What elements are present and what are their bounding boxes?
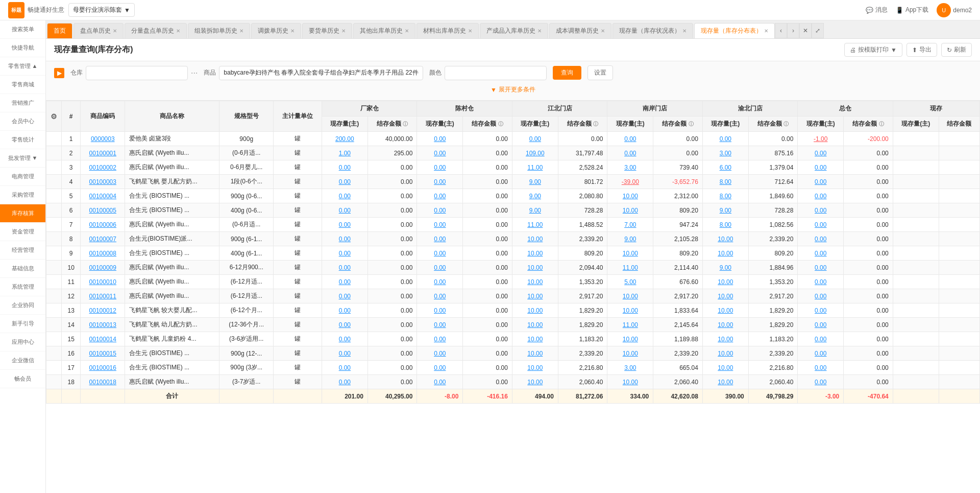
row-jb-stock[interactable]: 9.00 [512, 189, 558, 203]
sidebar-item-retail-stats[interactable]: 零售统计 [0, 131, 45, 149]
row-na-stock[interactable]: 10.00 [607, 246, 653, 261]
row-na-stock[interactable]: 10.00 [607, 346, 653, 361]
row-jb-stock[interactable]: 10.00 [512, 332, 558, 346]
sidebar-item-search[interactable]: 搜索英单 [0, 20, 45, 39]
info-icon[interactable]: ⓘ [498, 121, 503, 127]
row-t-stock[interactable]: -1.00 [798, 132, 844, 146]
row-yb-stock[interactable]: 3.00 [702, 146, 748, 160]
row-jb-stock[interactable]: 0.00 [512, 132, 558, 146]
row-code[interactable]: 00100011 [81, 289, 125, 303]
row-code[interactable]: 00100005 [81, 203, 125, 218]
color-input[interactable] [445, 66, 547, 80]
close-icon[interactable]: ✕ [601, 28, 605, 34]
row-na-stock[interactable]: 3.00 [607, 160, 653, 175]
row-cw-stock[interactable]: 0.00 [417, 246, 463, 261]
row-t-stock[interactable]: 0.00 [798, 175, 844, 189]
row-code[interactable]: 00100006 [81, 218, 125, 232]
row-t-stock[interactable]: 0.00 [798, 203, 844, 218]
row-yb-stock[interactable]: 10.00 [702, 275, 748, 289]
close-icon[interactable]: ✕ [468, 28, 472, 34]
row-na-stock[interactable]: 7.00 [607, 218, 653, 232]
row-t-stock[interactable]: 0.00 [798, 375, 844, 389]
row-code[interactable]: 00100002 [81, 160, 125, 175]
row-na-stock[interactable]: 9.00 [607, 232, 653, 246]
row-na-stock[interactable]: 10.00 [607, 332, 653, 346]
close-icon[interactable]: ✕ [405, 28, 409, 34]
sidebar-item-retail-mgmt[interactable]: 零售管理 ▲ [0, 57, 45, 76]
sidebar-item-marketing[interactable]: 营销推广 [0, 94, 45, 112]
row-na-stock[interactable]: 5.00 [607, 275, 653, 289]
goods-input[interactable] [219, 66, 423, 80]
sidebar-item-wechat[interactable]: 企业微信 [0, 351, 45, 370]
row-code[interactable]: 00100018 [81, 375, 125, 389]
tab-stock-distribution[interactable]: 现存量（库存分布表） ✕ [694, 23, 775, 38]
row-t-stock[interactable]: 0.00 [798, 303, 844, 318]
row-yb-stock[interactable]: 0.00 [702, 132, 748, 146]
row-fw-stock[interactable]: 0.00 [322, 203, 368, 218]
row-cw-stock[interactable]: 0.00 [417, 203, 463, 218]
row-cw-stock[interactable]: 0.00 [417, 160, 463, 175]
row-na-stock[interactable]: 10.00 [607, 189, 653, 203]
sidebar-item-operations[interactable]: 经营管理 [0, 241, 45, 260]
row-fw-stock[interactable]: 0.00 [322, 346, 368, 361]
row-code[interactable]: 00100015 [81, 346, 125, 361]
info-icon[interactable]: ⓘ [879, 121, 884, 127]
sidebar-item-ecommerce[interactable]: 电商管理 [0, 168, 45, 186]
row-t-stock[interactable]: 0.00 [798, 289, 844, 303]
row-yb-stock[interactable]: 10.00 [702, 318, 748, 332]
row-jb-stock[interactable]: 10.00 [512, 303, 558, 318]
row-jb-stock[interactable]: 10.00 [512, 346, 558, 361]
query-button[interactable]: 查询 [553, 66, 581, 80]
sidebar-item-inventory[interactable]: 库存核算 [0, 204, 45, 223]
row-fw-stock[interactable]: 0.00 [322, 218, 368, 232]
close-icon[interactable]: ✕ [764, 28, 768, 34]
info-icon[interactable]: ⓘ [403, 121, 408, 127]
row-jb-stock[interactable]: 9.00 [512, 175, 558, 189]
row-cw-stock[interactable]: 0.00 [417, 346, 463, 361]
row-cw-stock[interactable]: 0.00 [417, 318, 463, 332]
row-yb-stock[interactable]: 9.00 [702, 261, 748, 275]
row-code[interactable]: 00100013 [81, 318, 125, 332]
row-cw-stock[interactable]: 0.00 [417, 261, 463, 275]
row-cw-stock[interactable]: 0.00 [417, 175, 463, 189]
refresh-button[interactable]: ↻ 刷新 [941, 43, 972, 57]
row-cw-stock[interactable]: 0.00 [417, 375, 463, 389]
row-yb-stock[interactable]: 10.00 [702, 332, 748, 346]
row-jb-stock[interactable]: 10.00 [512, 289, 558, 303]
tab-sub-stocktaking[interactable]: 分量盘点单历史 ✕ [125, 23, 187, 38]
row-code[interactable]: 00100008 [81, 246, 125, 261]
row-t-stock[interactable]: 0.00 [798, 218, 844, 232]
row-t-stock[interactable]: 0.00 [798, 246, 844, 261]
row-code[interactable]: 00100012 [81, 303, 125, 318]
row-jb-stock[interactable]: 11.00 [512, 160, 558, 175]
row-fw-stock[interactable]: 0.00 [322, 303, 368, 318]
row-jb-stock[interactable]: 11.00 [512, 218, 558, 232]
row-t-stock[interactable]: 0.00 [798, 275, 844, 289]
message-action[interactable]: 💬 消息 [866, 6, 888, 14]
close-icon[interactable]: ✕ [239, 28, 243, 34]
info-icon[interactable]: ⓘ [783, 121, 789, 127]
row-fw-stock[interactable]: 0.00 [322, 261, 368, 275]
tab-other-outbound[interactable]: 其他出库单历史 ✕ [353, 23, 415, 38]
tab-close-all-btn[interactable]: ✕ [799, 23, 812, 38]
warehouse-input[interactable] [86, 66, 188, 80]
row-cw-stock[interactable]: 0.00 [417, 218, 463, 232]
row-fw-stock[interactable]: 0.00 [322, 189, 368, 203]
row-cw-stock[interactable]: 0.00 [417, 289, 463, 303]
close-icon[interactable]: ✕ [176, 28, 180, 34]
row-na-stock[interactable]: 11.00 [607, 318, 653, 332]
row-code[interactable]: 00100014 [81, 332, 125, 346]
row-t-stock[interactable]: 0.00 [798, 232, 844, 246]
close-icon[interactable]: ✕ [537, 28, 542, 34]
row-cw-stock[interactable]: 0.00 [417, 146, 463, 160]
row-jb-stock[interactable]: 10.00 [512, 275, 558, 289]
industry-selector[interactable]: 母婴行业演示陈套 ▼ [68, 3, 135, 17]
tab-expand-btn[interactable]: ⤢ [812, 23, 824, 38]
row-yb-stock[interactable]: 10.00 [702, 346, 748, 361]
tab-transfer[interactable]: 调拨单历史 ✕ [251, 23, 301, 38]
row-fw-stock[interactable]: 0.00 [322, 175, 368, 189]
row-yb-stock[interactable]: 10.00 [702, 246, 748, 261]
row-fw-stock[interactable]: 0.00 [322, 289, 368, 303]
tab-product-inbound[interactable]: 产成品入库单历史 ✕ [480, 23, 548, 38]
row-jb-stock[interactable]: 10.00 [512, 318, 558, 332]
